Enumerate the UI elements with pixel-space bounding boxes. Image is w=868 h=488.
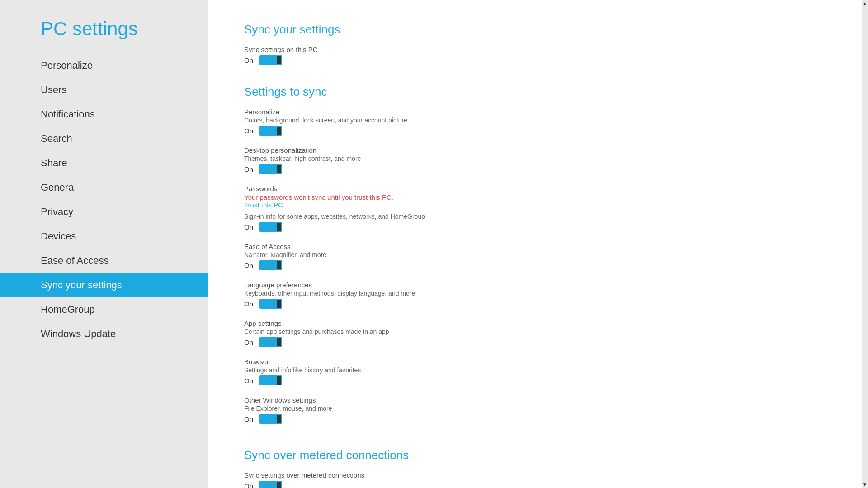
browser-toggle[interactable] [259,375,282,385]
sidebar-item-devices[interactable]: Devices [41,224,208,249]
sidebar-item-homegroup[interactable]: HomeGroup [41,297,208,322]
personalize-desc: Colors, background, lock screen, and you… [244,117,826,124]
page-title: PC settings [41,18,208,40]
other-windows-state: On [244,415,255,423]
setting-language-preferences: Language preferences Keyboards, other in… [244,281,826,309]
app-settings-desc: Certain app settings and purchases made … [244,328,826,335]
desktop-personalization-toggle[interactable] [259,164,282,174]
passwords-name: Passwords [244,185,826,192]
metered-section-title: Sync over metered connections [244,448,826,462]
personalize-state: On [244,127,255,135]
language-preferences-toggle[interactable] [259,299,282,309]
app-settings-state: On [244,338,255,346]
sidebar-item-sync-your-settings[interactable]: Sync your settings [0,273,208,297]
other-windows-name: Other Windows settings [244,396,826,404]
ease-of-access-state: On [244,262,255,269]
passwords-error: Your passwords won't sync until you trus… [244,193,826,201]
metered-connections-row: Sync settings over metered connections O… [244,471,826,488]
sync-on-pc-row: Sync settings on this PC On [244,46,826,65]
desktop-personalization-name: Desktop personalization [244,146,826,154]
sidebar-item-search[interactable]: Search [41,127,208,151]
scrollbar[interactable]: ▲ ▼ [862,0,868,488]
sidebar-item-windows-update[interactable]: Windows Update [41,322,208,346]
sidebar: PC settings PersonalizeUsersNotification… [0,0,208,488]
other-windows-toggle[interactable] [259,414,282,424]
sync-section-title: Sync your settings [244,23,826,37]
ease-of-access-name: Ease of Access [244,243,826,250]
setting-other-windows: Other Windows settings File Explorer, mo… [244,396,826,424]
sync-on-pc-toggle[interactable] [259,55,282,65]
scroll-down-arrow[interactable]: ▼ [863,482,867,487]
language-preferences-desc: Keyboards, other input methods, display … [244,290,826,297]
personalize-name: Personalize [244,108,826,116]
desktop-personalization-desc: Themes, taskbar, high contrast, and more [244,155,826,162]
metered-state: On [244,482,255,488]
trust-pc-link[interactable]: Trust this PC [244,201,283,209]
sync-on-pc-state: On [244,56,255,64]
setting-passwords: Passwords Your passwords won't sync unti… [244,185,826,232]
metered-toggle[interactable] [259,481,282,488]
sidebar-nav: PersonalizeUsersNotificationsSearchShare… [41,53,208,346]
sidebar-item-users[interactable]: Users [41,78,208,102]
sidebar-item-personalize[interactable]: Personalize [41,53,208,78]
browser-state: On [244,377,255,385]
language-preferences-state: On [244,300,255,308]
sidebar-item-privacy[interactable]: Privacy [41,200,208,224]
language-preferences-name: Language preferences [244,281,826,289]
setting-app-settings: App settings Certain app settings and pu… [244,319,826,347]
sidebar-item-share[interactable]: Share [41,151,208,175]
sidebar-item-notifications[interactable]: Notifications [41,102,208,127]
setting-browser: Browser Settings and info like history a… [244,358,826,385]
passwords-state: On [244,223,255,231]
personalize-toggle[interactable] [259,126,282,136]
setting-desktop-personalization: Desktop personalization Themes, taskbar,… [244,146,826,174]
metered-label: Sync settings over metered connections [244,471,826,479]
sign-in-desc: Sign-in info for some apps, websites, ne… [244,213,826,220]
sidebar-item-general[interactable]: General [41,175,208,200]
browser-name: Browser [244,358,826,366]
ease-of-access-toggle[interactable] [259,260,282,270]
desktop-personalization-state: On [244,165,255,173]
main-content: Sync your settings Sync settings on this… [208,0,862,488]
scroll-up-arrow[interactable]: ▲ [863,1,867,6]
passwords-toggle[interactable] [259,222,282,232]
other-windows-desc: File Explorer, mouse, and more [244,405,826,412]
sidebar-item-ease-of-access[interactable]: Ease of Access [41,249,208,273]
app-settings-name: App settings [244,319,826,327]
sync-on-pc-label: Sync settings on this PC [244,46,826,53]
setting-ease-of-access: Ease of Access Narrator, Magnifier, and … [244,243,826,270]
setting-personalize: Personalize Colors, background, lock scr… [244,108,826,136]
browser-desc: Settings and info like history and favor… [244,366,826,374]
settings-to-sync-title: Settings to sync [244,85,826,99]
app-settings-toggle[interactable] [259,337,282,347]
ease-of-access-desc: Narrator, Magnifier, and more [244,251,826,258]
